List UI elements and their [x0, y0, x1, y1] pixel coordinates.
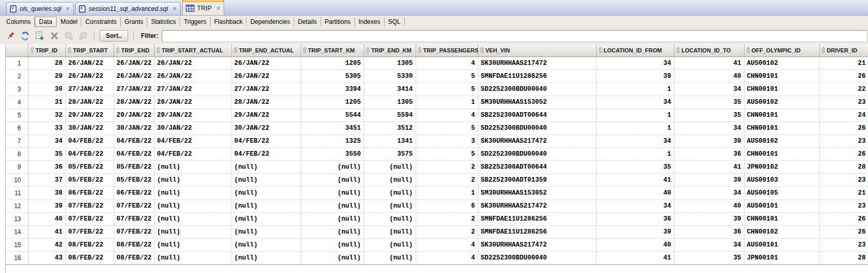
- table-cell[interactable]: 04/FEB/22: [231, 135, 300, 148]
- table-cell[interactable]: AUS00103: [744, 174, 819, 187]
- table-cell[interactable]: 26/JAN/22: [114, 70, 154, 83]
- table-cell[interactable]: 5: [416, 83, 478, 96]
- table-cell[interactable]: (null): [231, 161, 300, 174]
- table-cell[interactable]: (null): [300, 226, 364, 239]
- table-cell[interactable]: SD2252300BDU00040: [478, 83, 596, 96]
- table-cell[interactable]: 40: [674, 70, 744, 83]
- table-cell[interactable]: (null): [364, 252, 416, 265]
- table-cell[interactable]: 32: [28, 109, 65, 122]
- table-cell[interactable]: 1: [416, 187, 478, 200]
- column-header-trip-end[interactable]: TRIP_END: [114, 44, 154, 57]
- row-number[interactable]: 4: [6, 96, 28, 109]
- table-cell[interactable]: JPN00102: [744, 161, 819, 174]
- table-cell[interactable]: 2: [416, 161, 478, 174]
- table-cell[interactable]: 42: [28, 239, 65, 252]
- table-cell[interactable]: (null): [300, 239, 364, 252]
- table-cell[interactable]: 21: [819, 187, 868, 200]
- row-number[interactable]: 3: [6, 83, 28, 96]
- table-cell[interactable]: 3: [416, 135, 478, 148]
- table-cell[interactable]: 04/FEB/22: [114, 148, 154, 161]
- table-cell[interactable]: (null): [231, 174, 300, 187]
- tab-sql[interactable]: SQL: [384, 17, 405, 26]
- table-cell[interactable]: 28/JAN/22: [154, 96, 231, 109]
- table-cell[interactable]: 34: [674, 239, 744, 252]
- table-cell[interactable]: CHN00101: [744, 83, 819, 96]
- table-cell[interactable]: 29/JAN/22: [114, 109, 154, 122]
- table-cell[interactable]: CHN00101: [744, 70, 819, 83]
- table-cell[interactable]: 23: [819, 96, 868, 109]
- table-cell[interactable]: (null): [364, 200, 416, 213]
- table-cell[interactable]: (null): [231, 239, 300, 252]
- table-cell[interactable]: 26: [819, 226, 868, 239]
- table-cell[interactable]: 3550: [300, 148, 364, 161]
- table-cell[interactable]: (null): [300, 187, 364, 200]
- tab-triggers[interactable]: Triggers: [180, 17, 211, 26]
- table-cell[interactable]: 30/JAN/22: [65, 122, 114, 135]
- table-cell[interactable]: 26: [819, 213, 868, 226]
- table-cell[interactable]: 5305: [300, 70, 364, 83]
- table-cell[interactable]: (null): [300, 252, 364, 265]
- table-cell[interactable]: (null): [154, 200, 231, 213]
- table-cell[interactable]: 22: [819, 83, 868, 96]
- table-cell[interactable]: (null): [154, 226, 231, 239]
- table-cell[interactable]: 04/FEB/22: [65, 135, 114, 148]
- table-cell[interactable]: SM30URHHAAS153052: [478, 187, 596, 200]
- table-cell[interactable]: 26: [819, 148, 868, 161]
- table-cell[interactable]: (null): [300, 174, 364, 187]
- table-cell[interactable]: 3414: [364, 83, 416, 96]
- table-cell[interactable]: SK30URHHAAS217472: [478, 135, 596, 148]
- table-cell[interactable]: 26: [819, 122, 868, 135]
- table-cell[interactable]: 1: [416, 96, 478, 109]
- table-cell[interactable]: (null): [154, 252, 231, 265]
- table-cell[interactable]: 41: [596, 174, 674, 187]
- table-cell[interactable]: SD2252300BDU00040: [478, 252, 596, 265]
- table-cell[interactable]: 33: [28, 122, 65, 135]
- delete-row-button[interactable]: [48, 30, 61, 43]
- table-cell[interactable]: 29/JAN/22: [231, 109, 300, 122]
- row-number[interactable]: 1: [6, 57, 28, 70]
- table-cell[interactable]: (null): [231, 213, 300, 226]
- table-cell[interactable]: (null): [364, 187, 416, 200]
- table-cell[interactable]: 07/FEB/22: [65, 200, 114, 213]
- file-tab-ols-queries-sql[interactable]: ols_queries.sql×: [6, 2, 74, 15]
- table-cell[interactable]: 1: [596, 148, 674, 161]
- table-cell[interactable]: 5: [416, 122, 478, 135]
- table-cell[interactable]: 39: [596, 70, 674, 83]
- row-number[interactable]: 6: [6, 122, 28, 135]
- table-cell[interactable]: 35: [674, 96, 744, 109]
- insert-row-button[interactable]: [33, 30, 46, 43]
- column-header-trip-start-actual[interactable]: TRIP_START_ACTUAL: [154, 44, 231, 57]
- tab-constraints[interactable]: Constraints: [81, 17, 121, 26]
- column-header-driver-id[interactable]: DRIVER_ID: [819, 44, 868, 57]
- table-cell[interactable]: 07/FEB/22: [114, 226, 154, 239]
- table-cell[interactable]: 43: [28, 252, 65, 265]
- table-cell[interactable]: CHN00101: [744, 109, 819, 122]
- tab-statistics[interactable]: Statistics: [147, 17, 180, 26]
- table-cell[interactable]: 34: [674, 122, 744, 135]
- table-cell[interactable]: 04/FEB/22: [154, 135, 231, 148]
- table-cell[interactable]: CHN00101: [744, 148, 819, 161]
- table-cell[interactable]: 23: [819, 174, 868, 187]
- table-cell[interactable]: 35: [674, 109, 744, 122]
- table-cell[interactable]: 30: [28, 83, 65, 96]
- table-cell[interactable]: 4: [416, 239, 478, 252]
- table-cell[interactable]: 29/JAN/22: [65, 109, 114, 122]
- table-cell[interactable]: 23: [819, 200, 868, 213]
- table-cell[interactable]: 35: [674, 252, 744, 265]
- column-header-trip-passengers[interactable]: TRIP_PASSENGERS: [416, 44, 478, 57]
- close-icon[interactable]: ×: [173, 5, 176, 12]
- column-header-trip-end-actual[interactable]: TRIP_END_ACTUAL: [231, 44, 300, 57]
- row-number[interactable]: 16: [6, 252, 28, 265]
- column-header-trip-end-km[interactable]: TRIP_END_KM: [364, 44, 416, 57]
- table-cell[interactable]: 21: [819, 57, 868, 70]
- table-cell[interactable]: 04/FEB/22: [231, 148, 300, 161]
- table-cell[interactable]: 39: [28, 200, 65, 213]
- table-cell[interactable]: 04/FEB/22: [65, 148, 114, 161]
- table-cell[interactable]: 1: [596, 109, 674, 122]
- table-cell[interactable]: 1325: [300, 135, 364, 148]
- table-cell[interactable]: AUS00102: [744, 96, 819, 109]
- table-cell[interactable]: 07/FEB/22: [65, 226, 114, 239]
- table-cell[interactable]: CHN00101: [744, 213, 819, 226]
- table-cell[interactable]: 28: [819, 161, 868, 174]
- tab-grants[interactable]: Grants: [121, 17, 147, 26]
